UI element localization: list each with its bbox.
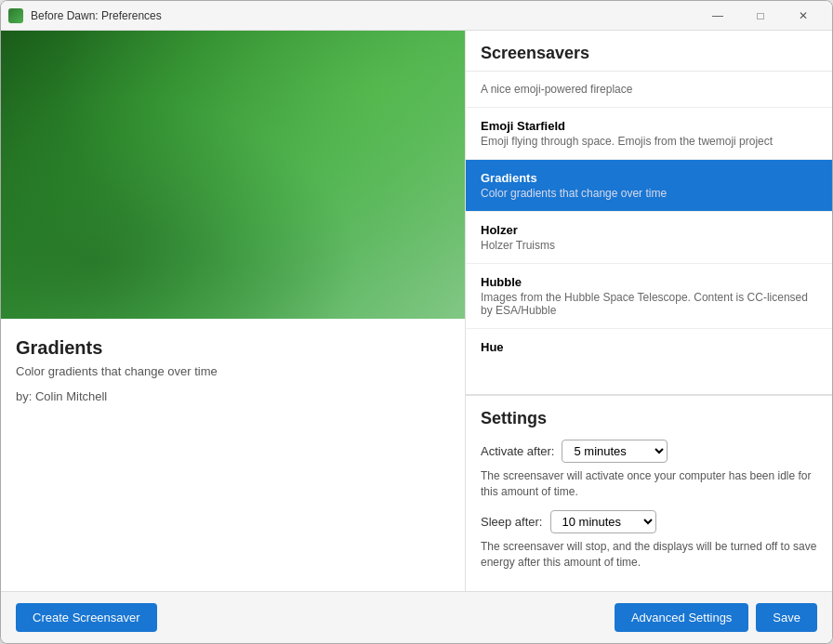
close-button[interactable]: ✕ bbox=[782, 1, 825, 31]
item-desc: A nice emoji-powered fireplace bbox=[481, 83, 817, 96]
sleep-row: Sleep after: 10 minutes 5 minutes 15 min… bbox=[481, 510, 817, 533]
list-item-selected[interactable]: Gradients Color gradients that change ov… bbox=[466, 160, 832, 212]
preview-area bbox=[1, 31, 465, 319]
save-button[interactable]: Save bbox=[756, 603, 817, 632]
app-icon bbox=[8, 8, 23, 23]
sleep-hint: The screensaver will stop, and the displ… bbox=[481, 539, 817, 571]
item-desc: Color gradients that change over time bbox=[481, 187, 817, 200]
activate-row: Activate after: 5 minutes 1 minute 2 min… bbox=[481, 440, 817, 463]
screensaver-list[interactable]: A nice emoji-powered fireplace Emoji Sta… bbox=[466, 71, 832, 394]
main-window: Before Dawn: Preferences — □ ✕ Gradients… bbox=[0, 0, 833, 644]
item-name: Hubble bbox=[481, 275, 817, 289]
item-name: Holzer bbox=[481, 223, 817, 237]
item-desc: Holzer Truisms bbox=[481, 239, 817, 252]
item-name: Emoji Starfield bbox=[481, 119, 817, 133]
screensavers-title: Screensavers bbox=[466, 31, 832, 71]
activate-select[interactable]: 5 minutes 1 minute 2 minutes 10 minutes … bbox=[562, 440, 668, 463]
list-item[interactable]: Holzer Holzer Truisms bbox=[466, 212, 832, 264]
right-panel: Screensavers A nice emoji-powered firepl… bbox=[466, 31, 832, 591]
bottom-bar: Create Screensaver Advanced Settings Sav… bbox=[1, 591, 832, 643]
screensavers-section: Screensavers A nice emoji-powered firepl… bbox=[466, 31, 832, 395]
titlebar-left: Before Dawn: Preferences bbox=[8, 8, 162, 23]
screensaver-name: Gradients bbox=[16, 337, 450, 359]
settings-title: Settings bbox=[481, 409, 817, 428]
titlebar: Before Dawn: Preferences — □ ✕ bbox=[1, 1, 832, 31]
settings-section: Settings Activate after: 5 minutes 1 min… bbox=[466, 395, 832, 591]
minimize-button[interactable]: — bbox=[696, 1, 739, 31]
list-item[interactable]: Hubble Images from the Hubble Space Tele… bbox=[466, 264, 832, 329]
left-panel: Gradients Color gradients that change ov… bbox=[1, 31, 466, 591]
content-area: Gradients Color gradients that change ov… bbox=[1, 31, 832, 591]
advanced-settings-button[interactable]: Advanced Settings bbox=[615, 603, 748, 632]
window-title: Before Dawn: Preferences bbox=[31, 9, 162, 22]
activate-label: Activate after: bbox=[481, 444, 554, 458]
bottom-right-buttons: Advanced Settings Save bbox=[615, 603, 817, 632]
activate-hint: The screensaver will activate once your … bbox=[481, 468, 817, 500]
screensaver-author: by: Colin Mitchell bbox=[16, 389, 450, 403]
item-desc: Emoji flying through space. Emojis from … bbox=[481, 135, 817, 148]
screensaver-description: Color gradients that change over time bbox=[16, 364, 450, 378]
item-name: Hue bbox=[481, 340, 817, 354]
preview-gradient-overlay bbox=[1, 31, 465, 319]
screensaver-info: Gradients Color gradients that change ov… bbox=[1, 319, 465, 591]
sleep-select[interactable]: 10 minutes 5 minutes 15 minutes 20 minut… bbox=[550, 510, 656, 533]
titlebar-controls: — □ ✕ bbox=[696, 1, 825, 31]
maximize-button[interactable]: □ bbox=[739, 1, 782, 31]
list-item[interactable]: Hue bbox=[466, 329, 832, 367]
sleep-label: Sleep after: bbox=[481, 515, 543, 529]
item-desc: Images from the Hubble Space Telescope. … bbox=[481, 291, 817, 317]
item-name: Gradients bbox=[481, 171, 817, 185]
list-item[interactable]: Emoji Starfield Emoji flying through spa… bbox=[466, 108, 832, 160]
create-screensaver-button[interactable]: Create Screensaver bbox=[16, 603, 157, 632]
list-item[interactable]: A nice emoji-powered fireplace bbox=[466, 72, 832, 108]
